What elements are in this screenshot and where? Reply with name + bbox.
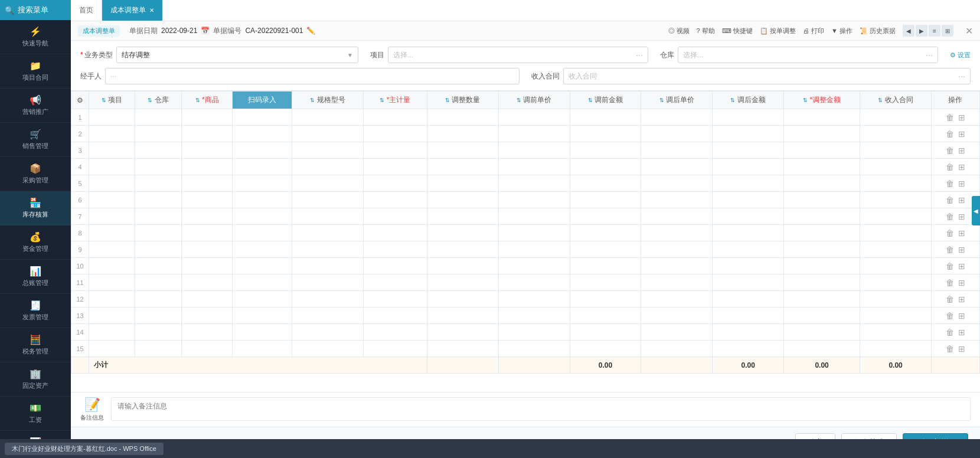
cell-prev-price[interactable]	[498, 274, 570, 291]
cell-product[interactable]	[181, 208, 233, 225]
cell-prev-amount[interactable]	[570, 208, 641, 225]
cell-project[interactable]	[89, 324, 135, 341]
cell-adj-amount[interactable]	[784, 109, 860, 126]
cell-prev-price[interactable]	[498, 159, 570, 175]
col-unit[interactable]: ⇅ *主计量	[364, 91, 427, 109]
delete-icon[interactable]: 🗑	[946, 245, 954, 254]
cell-warehouse[interactable]	[135, 258, 181, 274]
taskbar-item[interactable]: 木门行业好业财处理方案-暮红红.doc - WPS Office	[5, 443, 164, 455]
table-container[interactable]: ⚙ ⇅ 项目 ⇅ 仓库 ⇅ *商品 扫码录入 ⇅ 规格型号 ⇅ *主计量 ⇅ 调…	[71, 91, 980, 392]
cell-spec[interactable]	[292, 208, 364, 225]
view-action[interactable]: ◎ 视频	[668, 27, 690, 35]
cell-income-contract[interactable]	[860, 274, 932, 291]
cell-spec[interactable]	[292, 109, 364, 126]
cell-after-price[interactable]	[641, 159, 713, 175]
cell-prev-price[interactable]	[498, 142, 570, 159]
cell-warehouse[interactable]	[135, 192, 181, 208]
cell-prev-price[interactable]	[498, 291, 570, 307]
delete-icon[interactable]: 🗑	[946, 146, 954, 155]
cell-project[interactable]	[89, 126, 135, 142]
cell-prev-price[interactable]	[498, 225, 570, 241]
cell-spec[interactable]	[292, 291, 364, 307]
income-contract-input[interactable]: 收入合同 ···	[563, 68, 971, 84]
cell-prev-amount[interactable]	[570, 341, 641, 357]
cell-income-contract[interactable]	[860, 241, 932, 258]
cell-after-amount[interactable]	[713, 208, 784, 225]
cell-adj-qty[interactable]	[427, 324, 498, 341]
cell-after-price[interactable]	[641, 175, 713, 192]
cell-project[interactable]	[89, 208, 135, 225]
copy-icon[interactable]: ⊞	[958, 212, 965, 221]
cell-spec[interactable]	[292, 225, 364, 241]
tab-home[interactable]: 首页	[71, 0, 102, 21]
col-scan[interactable]: 扫码录入	[233, 91, 292, 109]
cell-prev-price[interactable]	[498, 258, 570, 274]
cell-project[interactable]	[89, 192, 135, 208]
sidebar-item-invoice-mgmt[interactable]: 🧾 发票管理	[0, 294, 71, 328]
cell-adj-amount[interactable]	[784, 291, 860, 307]
delete-icon[interactable]: 🗑	[946, 344, 954, 354]
col-prev-amount[interactable]: ⇅ 调前金额	[570, 91, 641, 109]
project-input[interactable]: 选择... ···	[388, 47, 648, 63]
cell-after-amount[interactable]	[713, 291, 784, 307]
cell-product[interactable]	[181, 159, 233, 175]
cell-after-price[interactable]	[641, 241, 713, 258]
cell-scan[interactable]	[233, 307, 292, 324]
cell-adj-amount[interactable]	[784, 208, 860, 225]
prev-arrow[interactable]: ◀	[903, 25, 914, 37]
col-prev-price[interactable]: ⇅ 调前单价	[498, 91, 570, 109]
cell-warehouse[interactable]	[135, 291, 181, 307]
cell-project[interactable]	[89, 109, 135, 126]
cell-project[interactable]	[89, 307, 135, 324]
cell-prev-price[interactable]	[498, 192, 570, 208]
cell-product[interactable]	[181, 241, 233, 258]
cell-income-contract[interactable]	[860, 225, 932, 241]
cell-after-amount[interactable]	[713, 258, 784, 274]
cell-unit[interactable]	[364, 258, 427, 274]
cell-after-amount[interactable]	[713, 307, 784, 324]
sidebar-item-tax-mgmt[interactable]: 🧮 税务管理	[0, 328, 71, 362]
cell-after-amount[interactable]	[713, 341, 784, 357]
cell-unit[interactable]	[364, 341, 427, 357]
cell-project[interactable]	[89, 159, 135, 175]
cell-after-price[interactable]	[641, 341, 713, 357]
sidebar-item-quick-nav[interactable]: ⚡ 快速导航	[0, 20, 71, 54]
cell-income-contract[interactable]	[860, 192, 932, 208]
cell-prev-price[interactable]	[498, 341, 570, 357]
cell-scan[interactable]	[233, 225, 292, 241]
cell-warehouse[interactable]	[135, 142, 181, 159]
cell-warehouse[interactable]	[135, 274, 181, 291]
cell-scan[interactable]	[233, 208, 292, 225]
cell-income-contract[interactable]	[860, 159, 932, 175]
cell-warehouse[interactable]	[135, 109, 181, 126]
cell-after-price[interactable]	[641, 142, 713, 159]
copy-icon[interactable]: ⊞	[958, 162, 965, 172]
copy-icon[interactable]: ⊞	[958, 179, 965, 188]
col-project[interactable]: ⇅ 项目	[89, 91, 135, 109]
cell-after-amount[interactable]	[713, 109, 784, 126]
biz-type-input[interactable]: 结存调整 ▼	[116, 47, 358, 63]
sidebar-item-project-contract[interactable]: 📁 项目合同	[0, 54, 71, 89]
cell-prev-amount[interactable]	[570, 142, 641, 159]
cell-after-amount[interactable]	[713, 324, 784, 341]
col-warehouse[interactable]: ⇅ 仓库	[135, 91, 181, 109]
cell-spec[interactable]	[292, 307, 364, 324]
cell-project[interactable]	[89, 142, 135, 159]
cell-adj-amount[interactable]	[784, 258, 860, 274]
cell-unit[interactable]	[364, 159, 427, 175]
cell-scan[interactable]	[233, 258, 292, 274]
cell-adj-amount[interactable]	[784, 126, 860, 142]
cell-scan[interactable]	[233, 324, 292, 341]
cell-spec[interactable]	[292, 274, 364, 291]
cell-income-contract[interactable]	[860, 109, 932, 126]
cell-product[interactable]	[181, 341, 233, 357]
cell-warehouse[interactable]	[135, 225, 181, 241]
cell-adj-qty[interactable]	[427, 225, 498, 241]
operate-action[interactable]: ▼ 操作	[831, 27, 852, 35]
cell-project[interactable]	[89, 241, 135, 258]
cell-prev-amount[interactable]	[570, 159, 641, 175]
cell-adj-qty[interactable]	[427, 274, 498, 291]
cell-unit[interactable]	[364, 307, 427, 324]
delete-icon[interactable]: 🗑	[946, 162, 954, 172]
cell-spec[interactable]	[292, 341, 364, 357]
